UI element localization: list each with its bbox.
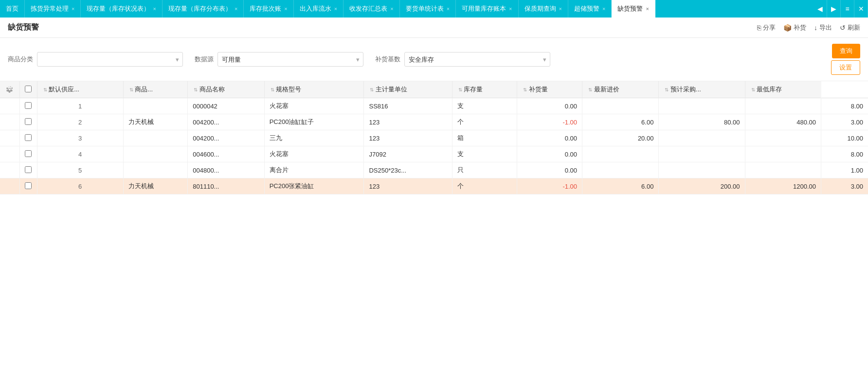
row-min-stock: 1.00 — [821, 162, 868, 178]
tab-kyljczb-label: 可用量库存账本 — [462, 4, 506, 13]
tab-xyzkcfb[interactable]: 现存量（库存分布表） × — [163, 0, 244, 18]
row-index: 2 — [37, 114, 123, 130]
tab-close-button[interactable]: ✕ — [854, 0, 868, 18]
datasource-select[interactable]: 可用量 — [217, 52, 363, 67]
row-name: 离合片 — [264, 162, 364, 178]
row-settings-cell — [0, 98, 19, 114]
row-stock: 0.00 — [517, 162, 582, 178]
tab-ccyj-close[interactable]: × — [602, 6, 605, 12]
row-checkbox-cell[interactable] — [19, 162, 37, 178]
select-all-checkbox[interactable] — [25, 86, 32, 92]
row-supplier: 力天机械 — [123, 178, 188, 194]
row-checkbox[interactable] — [25, 182, 32, 189]
col-header-name[interactable]: ⇅ 商品名称 — [188, 81, 264, 98]
row-checkbox-cell[interactable] — [19, 146, 37, 162]
row-checkbox-cell[interactable] — [19, 178, 37, 194]
row-checkbox-cell[interactable] — [19, 98, 37, 114]
query-button[interactable]: 查询 — [832, 44, 860, 58]
tab-kyljczb-close[interactable]: × — [509, 6, 512, 12]
row-spec: J7092 — [364, 146, 452, 162]
col-header-spec[interactable]: ⇅ 规格型号 — [264, 81, 364, 98]
row-unit: 个 — [452, 114, 517, 130]
tab-xyzkcqk-close[interactable]: × — [153, 6, 156, 12]
row-code: 004800... — [188, 162, 264, 178]
row-checkbox[interactable] — [25, 118, 32, 125]
row-spec: 123 — [364, 130, 452, 146]
refresh-button[interactable]: ↺ 刷新 — [840, 23, 860, 32]
table-body: 1 0000042 火花塞 SS816 支 0.00 8.00 2 力天机械 0… — [0, 98, 868, 194]
row-name: 三九 — [264, 130, 364, 146]
tab-bqqycx[interactable]: 保质期查询 × — [519, 0, 568, 18]
share-button[interactable]: ⎘ 分享 — [757, 23, 776, 32]
tab-qhyj[interactable]: 缺货预警 × — [612, 0, 655, 18]
tab-kyljczb[interactable]: 可用量库存账本 × — [456, 0, 518, 18]
col-code-label: 商品... — [135, 86, 153, 93]
col-supplier-label: 默认供应... — [49, 86, 79, 93]
export-button[interactable]: ↓ 导出 — [814, 23, 832, 32]
tab-xyzkcfb-close[interactable]: × — [235, 6, 237, 12]
row-checkbox-cell[interactable] — [19, 130, 37, 146]
tab-crkcls[interactable]: 出入库流水 × — [294, 0, 344, 18]
page-header: 缺货预警 ⎘ 分享 📦 补货 ↓ 导出 ↺ 刷新 — [0, 18, 868, 38]
filter-actions: 查询 设置 — [831, 44, 860, 75]
row-unit: 支 — [452, 98, 517, 114]
base-select-wrapper: 安全库存 — [404, 52, 550, 67]
tab-qhyj-close[interactable]: × — [646, 6, 649, 12]
col-header-unit[interactable]: ⇅ 主计量单位 — [364, 81, 452, 98]
table-row: 4 004600... 火花塞 J7092 支 0.00 8.00 — [0, 146, 868, 162]
table-container: ⇅ 默认供应... ⇅ 商品... ⇅ 商品名称 ⇅ — [0, 81, 868, 194]
table-row: 2 力天机械 004200... PC200油缸缸子 123 个 -1.00 6… — [0, 114, 868, 130]
table-settings-icon[interactable] — [6, 86, 14, 93]
col-header-est-purchase[interactable]: ⇅ 预计采购... — [659, 81, 745, 98]
tab-sdsyhz[interactable]: 收发存汇总表 × — [344, 0, 399, 18]
row-checkbox[interactable] — [25, 102, 32, 109]
row-stock: 0.00 — [517, 146, 582, 162]
col-header-restock[interactable]: ⇅ 补货量 — [517, 81, 582, 98]
col-header-min-stock[interactable]: ⇅ 最低库存 — [745, 81, 821, 98]
col-restock-label: 补货量 — [529, 86, 548, 93]
settings-button[interactable]: 设置 — [831, 60, 860, 75]
tab-next-button[interactable]: ▶ — [827, 0, 841, 18]
tab-xyzkcqk[interactable]: 现存量（库存状况表） × — [81, 0, 162, 18]
col-supplier-sort-icon: ⇅ — [43, 87, 47, 92]
tab-kcpcz-close[interactable]: × — [284, 6, 287, 12]
tab-prev-button[interactable]: ◀ — [814, 0, 827, 18]
col-header-settings[interactable] — [0, 81, 19, 98]
tab-kcpcz[interactable]: 库存批次账 × — [244, 0, 293, 18]
row-checkbox[interactable] — [25, 134, 32, 141]
row-latest-price — [659, 162, 745, 178]
base-select[interactable]: 安全库存 — [404, 52, 550, 67]
row-spec: 123 — [364, 178, 452, 194]
row-spec: SS816 — [364, 98, 452, 114]
tab-home[interactable]: 首页 — [0, 0, 25, 18]
tab-sdsyhz-close[interactable]: × — [390, 6, 393, 12]
tab-xyzkcfb-label: 现存量（库存分布表） — [168, 4, 232, 13]
category-select[interactable] — [37, 52, 183, 67]
col-header-supplier[interactable]: ⇅ 默认供应... — [37, 81, 123, 98]
row-checkbox[interactable] — [25, 150, 32, 157]
col-header-checkbox[interactable] — [19, 81, 37, 98]
data-table: ⇅ 默认供应... ⇅ 商品... ⇅ 商品名称 ⇅ — [0, 81, 868, 194]
tab-ygdtjb[interactable]: 要货单统计表 × — [400, 0, 456, 18]
row-code: 0000042 — [188, 98, 264, 114]
tab-ccyj[interactable]: 超储预警 × — [568, 0, 612, 18]
row-index: 4 — [37, 146, 123, 162]
row-est-purchase: 480.00 — [745, 114, 821, 130]
tab-lyjycc-close[interactable]: × — [72, 6, 74, 12]
col-header-latest-price[interactable]: ⇅ 最新进价 — [582, 81, 659, 98]
tab-lyjycc[interactable]: 拣货异常处理 × — [25, 0, 81, 18]
tab-bqqycx-close[interactable]: × — [559, 6, 562, 12]
col-header-stock[interactable]: ⇅ 库存量 — [452, 81, 517, 98]
tab-crkcls-close[interactable]: × — [334, 6, 337, 12]
tab-menu-button[interactable]: ≡ — [841, 0, 854, 18]
row-index: 1 — [37, 98, 123, 114]
row-checkbox[interactable] — [25, 166, 32, 173]
col-header-code[interactable]: ⇅ 商品... — [123, 81, 188, 98]
refresh-label: 刷新 — [848, 23, 860, 32]
tab-ygdtjb-close[interactable]: × — [447, 6, 450, 12]
row-checkbox-cell[interactable] — [19, 114, 37, 130]
tab-xyzkcqk-label: 现存量（库存状况表） — [87, 4, 150, 13]
row-min-stock: 8.00 — [821, 98, 868, 114]
row-name: 火花塞 — [264, 146, 364, 162]
restock-button[interactable]: 📦 补货 — [783, 23, 806, 32]
